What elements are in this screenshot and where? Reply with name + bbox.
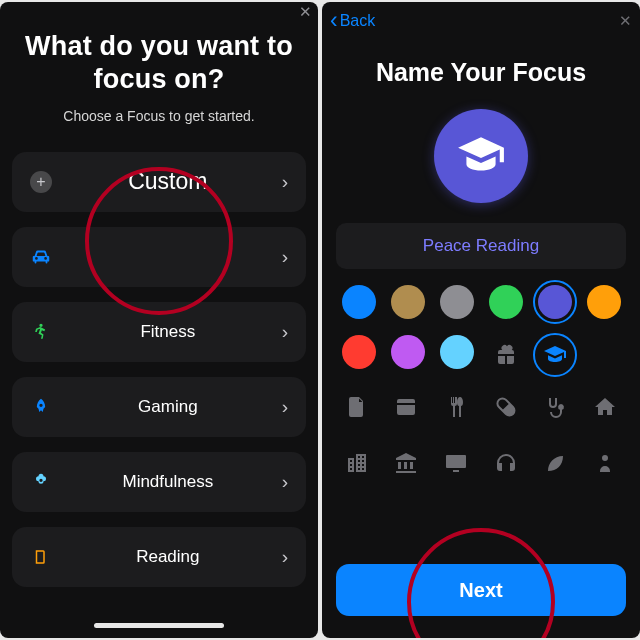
buildings-icon[interactable] bbox=[337, 443, 377, 483]
book-icon bbox=[28, 548, 54, 566]
focus-row-label: Fitness bbox=[54, 322, 282, 342]
back-button[interactable]: ‹ Back bbox=[330, 9, 375, 34]
color-swatch-purple[interactable] bbox=[391, 335, 425, 369]
bank-icon[interactable] bbox=[386, 443, 426, 483]
color-swatch-gray[interactable] bbox=[440, 285, 474, 319]
document-icon[interactable] bbox=[337, 387, 377, 427]
focus-large-icon bbox=[434, 109, 528, 203]
name-focus-screen: ‹ Back ✕ Name Your Focus Peace Reading bbox=[322, 2, 640, 638]
graduation-cap-icon bbox=[456, 131, 506, 181]
focus-row-label: Reading bbox=[54, 547, 282, 567]
focus-row-label: Custom bbox=[54, 168, 282, 195]
plus-icon: + bbox=[28, 171, 54, 193]
stethoscope-icon[interactable] bbox=[535, 387, 575, 427]
color-picker bbox=[334, 285, 628, 375]
focus-row-custom[interactable]: + Custom › bbox=[12, 152, 306, 212]
flower-icon bbox=[28, 472, 54, 492]
chevron-left-icon: ‹ bbox=[330, 7, 338, 34]
color-swatch-blue[interactable] bbox=[342, 285, 376, 319]
nav-bar: ‹ Back ✕ bbox=[322, 2, 640, 36]
page-title: What do you want to focus on? bbox=[18, 30, 300, 96]
focus-name-value: Peace Reading bbox=[423, 236, 539, 256]
rocket-icon bbox=[28, 397, 54, 417]
color-swatch-red[interactable] bbox=[342, 335, 376, 369]
page-subtitle: Choose a Focus to get started. bbox=[0, 108, 318, 124]
color-swatch-indigo[interactable] bbox=[538, 285, 572, 319]
graduation-cap-icon[interactable] bbox=[535, 335, 575, 375]
chevron-right-icon: › bbox=[282, 246, 288, 268]
chevron-right-icon: › bbox=[282, 396, 288, 418]
next-button-label: Next bbox=[459, 579, 502, 602]
chevron-right-icon: › bbox=[282, 471, 288, 493]
chevron-right-icon: › bbox=[282, 171, 288, 193]
chevron-right-icon: › bbox=[282, 546, 288, 568]
color-swatch-green[interactable] bbox=[489, 285, 523, 319]
focus-row-fitness[interactable]: Fitness › bbox=[12, 302, 306, 362]
color-swatch-orange[interactable] bbox=[587, 285, 621, 319]
car-icon bbox=[28, 246, 54, 268]
page-title: Name Your Focus bbox=[322, 58, 640, 87]
focus-row-mindfulness[interactable]: Mindfulness › bbox=[12, 452, 306, 512]
focus-row-label: Mindfulness bbox=[54, 472, 282, 492]
focus-row-reading[interactable]: Reading › bbox=[12, 527, 306, 587]
close-icon[interactable]: ✕ bbox=[619, 12, 632, 30]
credit-card-icon[interactable] bbox=[386, 387, 426, 427]
glyph-picker bbox=[332, 387, 630, 483]
running-icon bbox=[28, 322, 54, 342]
chevron-right-icon: › bbox=[282, 321, 288, 343]
fork-knife-icon[interactable] bbox=[436, 387, 476, 427]
focus-list: + Custom › › Fitness › bbox=[0, 152, 318, 587]
next-button[interactable]: Next bbox=[336, 564, 626, 616]
focus-picker-screen: ✕ What do you want to focus on? Choose a… bbox=[0, 2, 318, 638]
title-line-1: What do you want to bbox=[25, 31, 293, 61]
pills-icon[interactable] bbox=[486, 387, 526, 427]
person-icon[interactable] bbox=[585, 443, 625, 483]
focus-row-label: Gaming bbox=[54, 397, 282, 417]
leaf-icon[interactable] bbox=[535, 443, 575, 483]
focus-row-driving[interactable]: › bbox=[12, 227, 306, 287]
display-icon[interactable] bbox=[436, 443, 476, 483]
focus-name-input[interactable]: Peace Reading bbox=[336, 223, 626, 269]
title-line-2: focus on? bbox=[94, 64, 225, 94]
close-icon[interactable]: ✕ bbox=[299, 4, 312, 19]
headphones-icon[interactable] bbox=[486, 443, 526, 483]
home-indicator bbox=[94, 623, 224, 628]
back-label: Back bbox=[340, 12, 376, 30]
gift-icon[interactable] bbox=[486, 335, 526, 375]
color-swatch-cyan[interactable] bbox=[440, 335, 474, 369]
house-icon[interactable] bbox=[585, 387, 625, 427]
color-swatch-brown[interactable] bbox=[391, 285, 425, 319]
focus-row-gaming[interactable]: Gaming › bbox=[12, 377, 306, 437]
